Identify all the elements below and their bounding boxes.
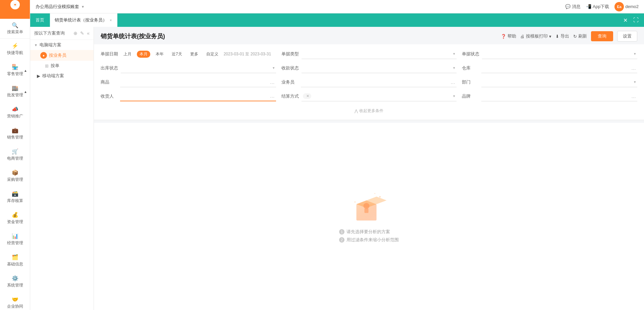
tree-salesperson-item[interactable]: ● 按业务员 [30, 50, 94, 61]
tab-home-label: 首页 [36, 17, 44, 23]
sidebar-item-quicknav[interactable]: ⚡ 快捷导航 [0, 39, 30, 60]
tab-minus-btn[interactable]: ✕ [621, 16, 629, 24]
sidebar-item-retail[interactable]: 🏪 零售管理 ▲ [0, 60, 30, 81]
product-dots-btn[interactable]: … [270, 80, 275, 85]
recv-status-select[interactable]: ▾ [302, 63, 457, 73]
date-filter: 单据日期 上月 本月 本年 近7天 更多 自定义 2023-03-01 至 20… [101, 51, 276, 58]
settlement-arrow-icon: ▾ [453, 94, 455, 98]
svg-text:✦: ✦ [379, 195, 381, 199]
empty-tip-2: 2 用过滤条件来缩小分析范围 [339, 237, 399, 243]
user-name: demo2 [625, 4, 639, 9]
svg-text:✦: ✦ [374, 193, 376, 195]
filter-area: 单据日期 上月 本月 本年 近7天 更多 自定义 2023-03-01 至 20… [94, 44, 644, 120]
topbar-right: 💬 消息 📲 App下载 Ea demo2 [565, 2, 639, 11]
collapse-filters-btn[interactable]: ⋀ 收起更多条件 [355, 108, 383, 114]
topbar-dropdown-icon[interactable]: ▾ [82, 4, 84, 9]
panel-add-btn[interactable]: ⊕ [73, 31, 77, 36]
warehouse-dots-btn[interactable]: … [631, 65, 636, 71]
print-btn[interactable]: 🖨 按模板打印 ▾ [520, 33, 551, 39]
department-select[interactable]: ▾ [481, 77, 637, 87]
salesperson-dots-btn[interactable]: … [450, 80, 455, 85]
user-avatar: Ea [614, 2, 624, 11]
refresh-label: 刷新 [578, 33, 587, 39]
recv-status-arrow-icon: ▾ [453, 66, 455, 70]
date-this-month-btn[interactable]: 本月 [137, 51, 150, 58]
warehouse-control: … [481, 63, 637, 73]
doc-status-arrow-icon: ▾ [634, 52, 636, 56]
tree-pc-group[interactable]: ▼ 电脑端方案 [30, 40, 94, 50]
sidebar-item-enterprise[interactable]: 🤝 企业协同 [0, 292, 30, 310]
receiver-label: 收货人 [101, 93, 117, 99]
sidebar-item-marketing[interactable]: 📣 营销推广 [0, 102, 30, 123]
tip1-num: 1 [339, 229, 344, 235]
sidebar-item-wholesale[interactable]: 🏬 批发管理 ▲ [0, 81, 30, 102]
tree-mobile-arrow-icon: ▶ [37, 73, 40, 79]
panel-collapse-btn[interactable]: « [87, 31, 90, 36]
tab-close-btn[interactable]: × [109, 18, 112, 22]
marketing-icon: 📣 [12, 106, 18, 112]
active-indicator: ● [40, 52, 47, 59]
svg-text:✦: ✦ [354, 201, 356, 204]
date-last7-btn[interactable]: 近7天 [169, 51, 185, 58]
doc-status-select[interactable]: ▾ [482, 49, 637, 59]
sidebar-item-ecommerce[interactable]: 🛒 电商管理 [0, 144, 30, 165]
ecommerce-icon: 🛒 [12, 148, 18, 155]
tab-home[interactable]: 首页 [30, 13, 50, 27]
department-filter: 部门 ▾ [462, 77, 637, 87]
sidebar-item-search[interactable]: 🔍 搜索菜单 [0, 19, 30, 39]
sidebar-item-purchase[interactable]: 📦 采购管理 [0, 165, 30, 187]
sidebar-item-finance[interactable]: 💰 资金管理 [0, 208, 30, 229]
sidebar-quicknav-label: 快捷导航 [7, 50, 23, 56]
collapse-label: 收起更多条件 [359, 108, 383, 114]
sidebar-item-inventory[interactable]: 🗃️ 库存核算 [0, 187, 30, 208]
order-icon: ⊞ [45, 63, 49, 68]
user-avatar-area[interactable]: Ea demo2 [614, 2, 639, 11]
brand-dots-btn[interactable]: … [631, 94, 636, 99]
sidebar-logo[interactable]: 畅捷通好生意 标题页 [0, 0, 30, 19]
settlement-control: ✕ ▾ [302, 91, 457, 101]
doc-type-select[interactable]: ▾ [302, 49, 457, 59]
help-btn[interactable]: ❓ 帮助 [501, 33, 516, 39]
data-area: ✦ ✦ ✦ 1 请先选择要分析的方案 2 [94, 123, 644, 310]
sidebar-item-operations[interactable]: 📊 经营管理 [0, 229, 30, 250]
collapse-bar: ⋀ 收起更多条件 [101, 105, 637, 115]
settlement-label: 结算方式 [281, 93, 299, 99]
tip2-text: 用过滤条件来缩小分析范围 [346, 237, 399, 243]
filter-row-1: 单据日期 上月 本月 本年 近7天 更多 自定义 2023-03-01 至 20… [101, 49, 637, 59]
tab-active-page[interactable]: 销货单统计表（按业务员） × [50, 13, 117, 27]
app-download-btn[interactable]: 📲 App下载 [586, 4, 609, 10]
sidebar-retail-label: 零售管理 [7, 71, 23, 77]
settlement-tag-close-btn[interactable]: ✕ [306, 94, 309, 98]
query-button[interactable]: 查询 [591, 31, 613, 41]
empty-illustration-img: ✦ ✦ ✦ [349, 190, 389, 223]
receiver-filter: 收货人 … [101, 91, 276, 101]
receiver-dots-btn[interactable]: … [270, 93, 275, 99]
panel-edit-btn[interactable]: ✎ [80, 31, 84, 36]
tree-mobile-label: 移动端方案 [42, 73, 64, 79]
date-prev-month-btn[interactable]: 上月 [121, 51, 134, 58]
export-btn[interactable]: ⬇ 导出 [555, 33, 569, 39]
filter-row-3: 商品 … 业务员 … [101, 77, 637, 87]
message-icon: 💬 [565, 4, 571, 9]
sidebar-item-basic[interactable]: 🗂️ 基础信息 [0, 250, 30, 271]
out-status-label: 出库状态 [101, 65, 118, 71]
settings-button[interactable]: 设置 [617, 31, 637, 42]
message-label: 消息 [572, 4, 581, 10]
tab-expand-btn[interactable]: ⛶ [632, 16, 640, 24]
sidebar-ecommerce-label: 电商管理 [7, 156, 23, 161]
recv-status-label: 收款状态 [281, 65, 299, 71]
svg-point-7 [364, 203, 370, 209]
tree-order-item[interactable]: ⊞ 按单 [30, 61, 94, 71]
message-btn[interactable]: 💬 消息 [565, 4, 581, 10]
refresh-btn[interactable]: ↻ 刷新 [573, 33, 587, 39]
out-status-select[interactable]: ▾ [121, 63, 276, 73]
date-this-year-btn[interactable]: 本年 [153, 51, 166, 58]
tree-mobile-group[interactable]: ▶ 移动端方案 [30, 71, 94, 81]
date-custom-btn[interactable]: 自定义 [204, 51, 221, 58]
sidebar-item-sales[interactable]: 💼 销售管理 [0, 123, 30, 144]
sidebar-item-system[interactable]: ⚙️ 系统管理 [0, 271, 30, 292]
product-label: 商品 [101, 79, 117, 85]
date-more-btn[interactable]: 更多 [187, 51, 201, 58]
doc-status-control: ▾ [482, 49, 637, 59]
export-icon: ⬇ [555, 34, 559, 39]
